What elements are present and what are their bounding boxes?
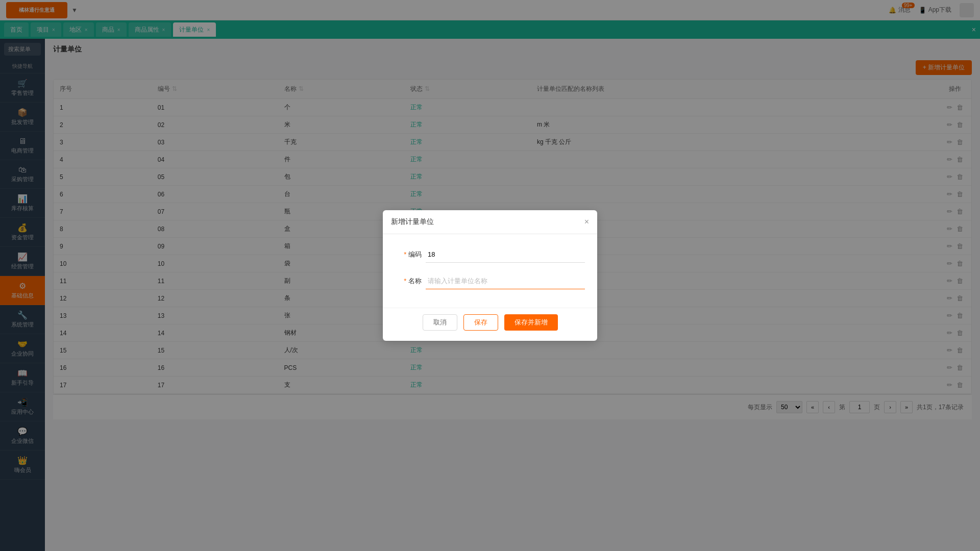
modal-close-button[interactable]: × bbox=[584, 217, 589, 227]
cancel-button[interactable]: 取消 bbox=[423, 314, 457, 331]
form-row-name: 名称 bbox=[395, 273, 585, 289]
code-label: 编码 bbox=[395, 250, 426, 259]
modal-overlay[interactable]: 新增计量单位 × 编码 名称 取消 保存 保存并新增 bbox=[0, 0, 980, 551]
name-label: 名称 bbox=[395, 277, 426, 286]
modal-body: 编码 名称 bbox=[383, 234, 597, 308]
name-input[interactable] bbox=[426, 273, 585, 289]
modal-footer: 取消 保存 保存并新增 bbox=[383, 308, 597, 341]
modal-header: 新增计量单位 × bbox=[383, 210, 597, 234]
save-button[interactable]: 保存 bbox=[463, 314, 498, 331]
save-and-new-button[interactable]: 保存并新增 bbox=[504, 314, 558, 331]
code-input[interactable] bbox=[426, 246, 585, 263]
form-row-code: 编码 bbox=[395, 246, 585, 263]
modal-title: 新增计量单位 bbox=[391, 217, 434, 227]
add-unit-modal: 新增计量单位 × 编码 名称 取消 保存 保存并新增 bbox=[383, 210, 597, 341]
